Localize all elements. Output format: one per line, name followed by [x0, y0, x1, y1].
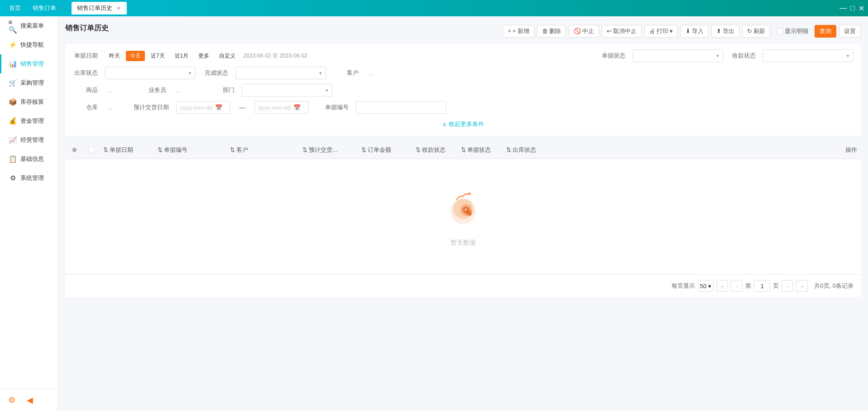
th-customer[interactable]: ⇅ 客户	[226, 146, 299, 154]
tab-sales-order-close[interactable]: ✕	[59, 5, 65, 11]
maximize-button[interactable]: □	[850, 4, 855, 12]
refresh-button[interactable]: ↻ 刷新	[742, 25, 770, 38]
sidebar-item-operations[interactable]: 📈 经营管理	[0, 131, 58, 150]
tab-sales-order-history-close[interactable]: ✕	[115, 5, 121, 11]
th-docno[interactable]: ⇅ 单据编号	[154, 146, 226, 154]
display-detail-check[interactable]: 显示明细	[773, 25, 812, 37]
sidebar-item-inventory[interactable]: 📦 库存核算	[0, 92, 58, 111]
date-custom[interactable]: 自定义	[215, 51, 240, 61]
th-delivery[interactable]: ⇅ 预计交货...	[299, 146, 358, 154]
receipt-status-select[interactable]: ▾	[763, 49, 854, 62]
product-label: 商品	[72, 86, 98, 94]
print-button[interactable]: 🖨 打印 ▾	[644, 25, 678, 38]
query-button[interactable]: 查询	[815, 25, 836, 38]
export-button[interactable]: ⬆ 导出	[711, 25, 739, 38]
close-window-button[interactable]: ✕	[858, 4, 864, 13]
department-select[interactable]: ▾	[242, 84, 332, 97]
salesperson-input[interactable]: ...	[173, 86, 184, 95]
th-doc-sort: ⇅	[461, 146, 466, 153]
salesperson-label: 业务员	[141, 86, 166, 94]
delivery-date-to[interactable]: yyyy-mm-dd 📅	[254, 101, 309, 114]
date-more[interactable]: 更多	[194, 51, 213, 61]
sidebar-item-basicinfo[interactable]: 📋 基础信息	[0, 150, 58, 169]
docno-input[interactable]	[356, 101, 446, 114]
complete-status-arrow: ▾	[319, 70, 322, 76]
purchase-icon: 🛒	[9, 79, 17, 87]
collapse-text: 收起更多条件	[449, 120, 484, 128]
next-page-button[interactable]: ›	[782, 280, 793, 292]
th-amount[interactable]: ⇅ 订单金额	[358, 146, 412, 154]
sidebar-item-sysadmin[interactable]: ⚙ 系统管理	[0, 169, 58, 188]
last-page-button[interactable]: »	[796, 280, 808, 292]
th-customer-sort: ⇅	[230, 146, 235, 153]
export-label: 导出	[723, 27, 734, 35]
page-number-input[interactable]	[754, 280, 770, 292]
sidebar: ≡🔍 搜索菜单 ⚡ 快捷导航 📊 销售管理 🛒 采购管理 📦 库存核算 💰 资金…	[0, 16, 58, 411]
sidebar-item-inventory-label: 库存核算	[20, 98, 44, 106]
first-page-button[interactable]: «	[716, 280, 728, 292]
date-7days[interactable]: 近7天	[147, 51, 169, 61]
status-select[interactable]: ▾	[633, 49, 723, 62]
tab-sales-order[interactable]: 销售订单 ✕	[27, 2, 71, 15]
th-checkbox-input[interactable]	[88, 147, 95, 153]
prev-page-button[interactable]: ‹	[731, 280, 743, 292]
product-input[interactable]: ...	[105, 86, 115, 95]
th-receipt-status[interactable]: ⇅ 收款状态	[412, 146, 457, 154]
docno-label: 单据编号	[323, 103, 349, 111]
per-page-select[interactable]: 50 ▾	[698, 280, 714, 292]
receipt-status-arrow: ▾	[847, 53, 849, 59]
customer-label: 客户	[333, 69, 359, 77]
stop-label: 中止	[582, 27, 594, 35]
sidebar-item-finance[interactable]: 💰 资金管理	[0, 111, 58, 131]
main-layout: ≡🔍 搜索菜单 ⚡ 快捷导航 📊 销售管理 🛒 采购管理 📦 库存核算 💰 资金…	[0, 16, 868, 411]
th-date[interactable]: ⇅ 单据日期	[100, 146, 154, 154]
warehouse-input[interactable]: ...	[105, 103, 115, 112]
collapse-sidebar-icon[interactable]: ◀	[24, 394, 36, 406]
sidebar-item-sales[interactable]: 📊 销售管理	[0, 54, 58, 73]
tab-sales-order-history[interactable]: 销售订单历史 ✕	[72, 2, 127, 15]
date-today[interactable]: 今天	[126, 51, 145, 61]
th-docno-label: 单据编号	[164, 146, 187, 154]
collapse-row[interactable]: ∧ 收起更多条件	[72, 118, 854, 130]
refresh-icon: ↻	[747, 28, 752, 34]
stop-icon: 🚫	[574, 28, 581, 34]
sysadmin-icon: ⚙	[9, 174, 17, 182]
customer-input[interactable]: ...	[366, 69, 376, 77]
delete-button[interactable]: 🗑 删除	[537, 25, 566, 38]
settings-button[interactable]: 设置	[839, 25, 861, 38]
date-field: 昨天 今天 近7天 近1月 更多 自定义 2023-06-02 至 2023-0…	[105, 51, 593, 61]
th-settings[interactable]: ⚙	[65, 147, 83, 153]
th-checkbox[interactable]	[83, 147, 100, 153]
th-amount-label: 订单金额	[368, 146, 391, 154]
date-separator: —	[238, 104, 247, 111]
sidebar-item-purchase-label: 采购管理	[20, 79, 44, 87]
stop-button[interactable]: 🚫 中止	[569, 25, 599, 38]
new-button[interactable]: + + 新增	[503, 25, 534, 38]
tab-home-label: 首页	[9, 4, 21, 12]
delivery-date-from[interactable]: yyyy-mm-dd 📅	[176, 101, 230, 114]
th-date-label: 单据日期	[110, 146, 133, 154]
th-operation: 操作	[548, 146, 861, 154]
sidebar-item-purchase[interactable]: 🛒 采购管理	[0, 73, 58, 92]
sidebar-item-operations-label: 经营管理	[20, 136, 44, 144]
sidebar-item-search[interactable]: ≡🔍 搜索菜单	[0, 16, 58, 35]
empty-state: 暂无数据	[65, 159, 861, 274]
cancel-stop-button[interactable]: ↩ 取消中止	[602, 25, 642, 38]
per-page-arrow: ▾	[708, 283, 711, 290]
import-button[interactable]: ⬇ 导入	[681, 25, 709, 38]
status-select-arrow: ▾	[716, 53, 719, 59]
tab-home[interactable]: 首页	[4, 2, 26, 15]
sidebar-item-quicknav[interactable]: ⚡ 快捷导航	[0, 35, 58, 54]
settings-bottom-icon[interactable]: ⚙	[5, 394, 18, 406]
delivery-date-from-text: yyyy-mm-dd	[180, 104, 212, 111]
display-detail-checkbox[interactable]	[777, 28, 783, 34]
cancel-stop-icon: ↩	[607, 28, 612, 34]
minimize-button[interactable]: —	[839, 4, 847, 12]
out-status-select[interactable]: ▾	[105, 67, 196, 79]
date-yesterday[interactable]: 昨天	[105, 51, 124, 61]
date-1month[interactable]: 近1月	[171, 51, 193, 61]
th-out-status[interactable]: ⇅ 出库状态	[503, 146, 548, 154]
complete-status-select[interactable]: ▾	[235, 67, 326, 79]
delete-icon: 🗑	[542, 28, 548, 34]
th-doc-status[interactable]: ⇅ 单据状态	[457, 146, 503, 154]
